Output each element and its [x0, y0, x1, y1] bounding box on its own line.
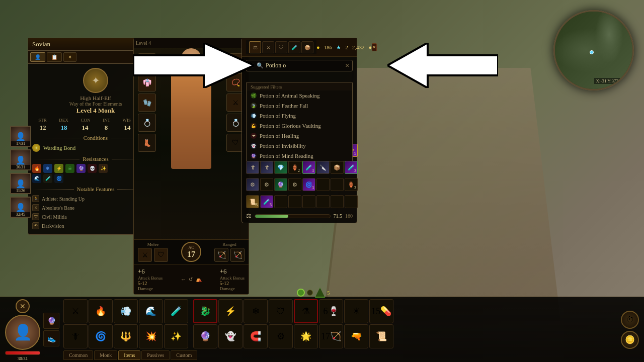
inv-item-16[interactable]: 🧪3 — [345, 161, 358, 174]
inv-item-25[interactable]: 📜8 — [246, 195, 259, 208]
suggestion-mind-reading[interactable]: 🔮 Potion of Mind Reading — [247, 151, 352, 161]
hotbar-8[interactable]: ❄ — [244, 299, 268, 323]
equip-slot-boots[interactable]: 👢 — [138, 134, 156, 152]
suggestion-healing[interactable]: ❤ Potion of Healing — [247, 131, 352, 141]
inv-item-14[interactable]: 🔪 — [316, 161, 330, 174]
search-input[interactable]: Potion o — [266, 62, 343, 69]
hotbar-13[interactable]: 15💊 — [369, 299, 393, 323]
suggestion-glorious-vaulting[interactable]: 💪 Potion of Glorious Vaulting — [247, 121, 352, 131]
camp-button[interactable]: 🪙 — [621, 331, 639, 349]
tab-items[interactable]: Items — [118, 350, 140, 360]
inv-item-13[interactable]: 🧪3 — [302, 161, 315, 174]
hotbar-12[interactable]: ☀ — [344, 299, 368, 323]
hotbar-22[interactable]: ⚙ — [269, 324, 293, 348]
portrait-3[interactable]: 👤 11/26 — [10, 173, 31, 194]
hotbar-10[interactable]: ⚗ — [294, 299, 318, 323]
char-tab-portrait[interactable]: 👤 — [30, 52, 45, 62]
ranged-weapon-slot[interactable]: 🏹 — [214, 248, 228, 262]
weight-max: 160 — [345, 213, 353, 219]
inv-item-22[interactable] — [316, 178, 330, 191]
inv-item-12[interactable]: 🏺2 — [288, 161, 301, 174]
minimap[interactable]: X:-31 Y:377 — [553, 10, 634, 90]
move-icon[interactable]: ↔ — [181, 277, 186, 282]
equip-slot-body[interactable]: 👘 — [138, 73, 156, 92]
move-action-btn[interactable]: 👟 — [43, 330, 59, 346]
hotbar-1[interactable]: ⚔ — [63, 299, 88, 323]
inv-item-24[interactable]: 🏺3 — [345, 178, 358, 191]
hotbar-16[interactable]: 🔱 — [114, 324, 138, 348]
inv-item-29[interactable] — [302, 195, 315, 208]
rotate-icon[interactable]: ↺ — [189, 277, 193, 282]
spell-action-btn[interactable]: 🔮 — [43, 313, 59, 329]
inv-item-28[interactable] — [288, 195, 301, 208]
camp-icon[interactable]: ⛺ — [196, 277, 202, 282]
inv-item-11[interactable]: 💎 — [274, 161, 287, 174]
suggestion-animal-speaking[interactable]: 🌿 Potion of Animal Speaking — [247, 90, 352, 101]
inv-item-18[interactable]: ⚙ — [260, 178, 273, 191]
inv-item-31[interactable] — [331, 195, 344, 208]
suggestion-feather-fall[interactable]: 🍃 Potion of Feather Fall — [247, 101, 352, 111]
hotbar-6[interactable]: 🐉 — [193, 299, 217, 323]
search-clear-button[interactable]: ✕ — [345, 63, 349, 68]
tab-custom[interactable]: Custom — [171, 350, 197, 360]
inv-tab-armor[interactable]: 🛡 — [275, 41, 287, 53]
char-tab-skills[interactable]: 📋 — [47, 52, 62, 62]
hotbar-19[interactable]: 🔮 — [193, 324, 217, 348]
hotbar-4[interactable]: 🌊 — [139, 299, 163, 323]
tab-common[interactable]: Common — [63, 350, 93, 360]
inv-item-9[interactable]: 🗡 — [246, 161, 259, 174]
hotbar-9[interactable]: 🛡 — [269, 299, 293, 323]
hotbar-17[interactable]: 💥 — [139, 324, 163, 348]
melee-shield-slot[interactable]: 🛡 — [154, 248, 168, 262]
end-turn-button[interactable]: ⏱ — [621, 311, 639, 329]
hotbar-26[interactable]: 📜 — [369, 324, 393, 348]
player-portrait[interactable]: 👤 — [5, 315, 40, 350]
portrait-1[interactable]: 👤 17/31 — [10, 126, 31, 147]
tab-monk[interactable]: Monk — [94, 350, 117, 360]
portrait-2[interactable]: 👤 30/31 — [10, 149, 31, 170]
melee-weapon-slot[interactable]: ⚔ — [138, 248, 152, 262]
hotbar-24[interactable]: 17🏹 — [319, 324, 343, 348]
hotbar-7[interactable]: ⚡ — [218, 299, 243, 323]
ranged-slot2[interactable]: 🏹 — [230, 248, 245, 262]
tab-passives[interactable]: Passives — [141, 350, 170, 360]
hotbar-14[interactable]: 🗡 — [63, 324, 88, 348]
notable-absolute-bane-label: Absolute's Bane — [42, 205, 74, 211]
portrait-icon-btn[interactable]: ✕ — [15, 299, 30, 314]
inv-item-30[interactable] — [316, 195, 330, 208]
equip-slot-ring1[interactable]: 💍 — [138, 114, 156, 132]
hotbar-15[interactable]: 🌀 — [89, 324, 113, 348]
inventory-close-button[interactable]: ✕ — [372, 43, 377, 51]
inv-item-15[interactable]: 📦 — [331, 161, 344, 174]
hotbar-5[interactable]: 🧪 — [164, 299, 188, 323]
equip-slot-head[interactable]: ⛑ — [138, 53, 156, 71]
inv-tab-weapons[interactable]: ⚔ — [262, 41, 274, 53]
hotbar-18[interactable]: ✨ — [164, 324, 188, 348]
hotbar-2[interactable]: 🔥 — [89, 299, 113, 323]
inv-item-27[interactable] — [274, 195, 287, 208]
equip-slot-gloves[interactable]: 🧤 — [138, 94, 156, 112]
inv-item-26[interactable]: 🧪5 — [260, 195, 273, 208]
hotbar-21[interactable]: 🧲 — [244, 324, 268, 348]
suggestion-flying[interactable]: 💨 Potion of Flying — [247, 111, 352, 121]
inv-item-23[interactable] — [331, 178, 344, 191]
inv-tab-misc[interactable]: 📦 — [301, 41, 313, 53]
inv-tab-potions[interactable]: 🧪 — [288, 41, 300, 53]
hotbar-23[interactable]: 🌟 — [294, 324, 318, 348]
stat-str-val: 12 — [35, 124, 50, 132]
stat-con-val: 14 — [77, 124, 93, 132]
inv-item-20[interactable]: ⚙ — [288, 178, 301, 191]
portrait-4[interactable]: 👤 32/45 — [10, 197, 31, 218]
inv-item-21[interactable]: 🌀3 — [302, 178, 315, 191]
inv-item-10[interactable]: 🗡 — [260, 161, 273, 174]
hotbar-11[interactable]: 6🍷 — [319, 299, 343, 323]
inv-tab-all[interactable]: ⚖ — [249, 41, 261, 53]
hotbar-3[interactable]: 💨 — [114, 299, 138, 323]
hotbar-20[interactable]: 👻 — [218, 324, 243, 348]
char-tab-spells[interactable]: ✦ — [63, 52, 76, 62]
suggestion-invisibility[interactable]: 👻 Potion of Invisibility — [247, 141, 352, 151]
inv-item-17[interactable]: ⚙ — [246, 178, 259, 191]
inv-item-32[interactable] — [345, 195, 358, 208]
hotbar-25[interactable]: 🔫 — [344, 324, 368, 348]
inv-item-19[interactable]: 🔮 — [274, 178, 287, 191]
